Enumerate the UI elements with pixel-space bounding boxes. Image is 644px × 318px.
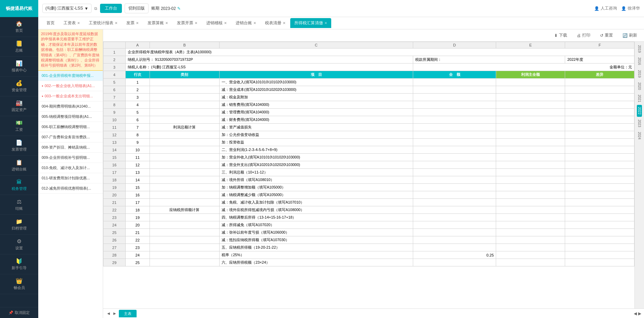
tab-invoice-calc[interactable]: 发票算账 ✕ [143,18,172,28]
tab-invoice-calc-close[interactable]: ✕ [165,21,168,25]
refresh-button[interactable]: 🔄 刷新 [620,31,640,39]
nav-tabs: 首页 工资表 ✕ 工资统计报表 ✕ 发票 ✕ 发票算账 ✕ 发票开票 ✕ 进销稽… [38,17,644,29]
form-001-label: 001-企业所得税年度纳税申报... [42,73,94,78]
scroll-right-icon[interactable]: ▶ [638,311,641,316]
content-area: 2019年度步及取以前年度延续数据的申报表单元格需要手工维护正确，才能保证本年及… [38,29,644,318]
table-row: 11 7 利润总额计算 减：资产减值损失 [103,124,634,131]
cancel-fixed-button[interactable]: 📌 取消固定 [0,307,38,318]
tab-sales-ledger[interactable]: 进销台账 ✕ [232,18,260,28]
tab-invoice[interactable]: 发票 ✕ [122,18,143,28]
form-list-item-011[interactable]: 011-研发费用加计扣除优惠... [38,173,103,183]
period-edit-icon[interactable]: ✎ [177,6,181,11]
sidebar-item-assets[interactable]: 🏭 固定资产 [0,96,38,116]
year-2022[interactable]: 2022 [637,105,642,116]
header-leibie: 类别 [150,71,219,79]
form-list-item-007[interactable]: 007-广告费和业务宣传费跌... [38,132,103,142]
user-profile[interactable]: 👤 徐泽华 [621,5,640,11]
sidebar-item-guide[interactable]: 🔰 新手引导 [0,254,38,274]
tab-salary-close[interactable]: ✕ [77,21,80,25]
sidebar: 畅捷通易代账 🏠 首页 📒 总账 📊 报表中心 💰 资金管理 🏭 固定资产 💵 … [0,0,38,318]
app-logo: 畅捷通易代账 [0,0,38,17]
form-list-item-012[interactable]: 012-减免所得税优惠明细表(... [38,183,103,194]
print-label: 打印 [582,32,590,38]
reset-button[interactable]: ↺ 重置 [597,31,616,39]
scroll-left-icon[interactable]: ◀ [634,311,637,316]
table-row: 20 16 减：纳税调整减少额（填写A105000） [103,191,634,199]
year-2019[interactable]: 2019 [637,43,642,55]
tab-sales-check-close[interactable]: ✕ [224,21,227,25]
company-selector[interactable]: (勾删) 江西服宝-LSS ▼ [42,4,92,13]
sheet-prev-arrow[interactable]: ◀ [106,311,111,316]
year-2019b[interactable]: 2019 [637,68,642,80]
tab-home[interactable]: 首页 [42,18,59,28]
form-list-item-006[interactable]: 006-职工薪酬纳税调整明细... [38,122,103,132]
form-list-item-009[interactable]: 009-企业所得税补亏损明细... [38,153,103,163]
error-dot-003: ● [42,95,43,98]
company-name-value: (勾删) 江西服宝-LSS [151,65,186,69]
switch-button[interactable]: 切到旧版 [125,3,149,13]
tab-income-tax-close[interactable]: ✕ [324,21,327,25]
sidebar-item-member-label: 畅会员 [14,285,25,290]
sheet-nav-arrows: ◀ ▶ [106,311,117,316]
sidebar-item-ledger[interactable]: 📒 总账 [0,37,38,57]
period-label: 账期 [151,5,159,11]
sidebar-item-invoice[interactable]: 📄 发票管理 [0,136,38,156]
sheet-tab-main[interactable]: 主表 [119,310,137,317]
form-list-item-005[interactable]: 005-纳税调整项目明细表(A1... [38,112,103,122]
sidebar-item-tax[interactable]: 🏛 税务管理 [0,176,38,195]
form-004-label: 004-期间费用明细表(A1040... [42,104,91,109]
workbench-button[interactable]: 工作台 [100,4,122,13]
form-list-item-004[interactable]: 004-期间费用明细表(A1040... [38,101,103,112]
sidebar-item-invoice-label: 发票管理 [12,147,27,152]
sheet-main[interactable]: A B C D E F 1 企业所 [103,42,634,308]
tab-sales-check-label: 进销稽核 [206,20,223,26]
form-list-item-008[interactable]: 008-资产折旧、摊销及纳税... [38,142,103,153]
year-2024[interactable]: 2024 [637,130,642,141]
table-row: 28 24 税率（25%） 0.25 [103,251,634,259]
sheet-next-arrow[interactable]: ▶ [112,311,117,316]
tab-sales-ledger-close[interactable]: ✕ [253,21,256,25]
sidebar-item-settlement[interactable]: ⚖ 结账 [0,195,38,215]
tab-tax-clear[interactable]: 税表清册 ✕ [261,18,290,28]
tab-invoice-open-close[interactable]: ✕ [195,21,197,25]
print-button[interactable]: 🖨 打印 [574,31,593,39]
sidebar-item-salary-label: 工资 [15,127,23,132]
table-row: 5 1 一、营业收入(填写A101010\101020\103000) [103,79,634,86]
sidebar-item-tax-label: 税务管理 [12,186,27,191]
tab-salary[interactable]: 工资表 ✕ [59,18,84,28]
form-list-item-003[interactable]: ● 003-一般企业成本支出明细... [38,91,103,101]
year-2023[interactable]: 2023 [637,117,642,129]
sheet-bottom: ◀ ▶ 主表 ◀ ▶ [103,308,644,318]
tab-tax-clear-close[interactable]: ✕ [283,21,285,25]
tab-income-tax[interactable]: 所得税汇算清缴 ✕ [290,18,331,28]
year-2021[interactable]: 2021 [637,93,642,104]
tab-invoice-open[interactable]: 发票开票 ✕ [173,18,201,28]
user-service[interactable]: 👤 人工咨询 [594,5,617,11]
form-list-item-010[interactable]: 010-免税、减计收入及加计... [38,163,103,173]
table-row: 19 15 加：纳税调整增加额（填写A105000） [103,184,634,191]
sidebar-item-archives[interactable]: 📁 归档管理 [0,215,38,235]
sidebar-item-member[interactable]: 👑 畅会员 [0,274,38,294]
sidebar-item-sales[interactable]: 📋 进销台账 [0,156,38,176]
title-row: 1 企业所得税年度纳税申报表（A类）主表(A100000) [103,49,634,56]
form-003-label: 003-一般企业成本支出明细... [45,94,93,99]
taxpayer-id-value: 91320500703719732P [155,57,193,61]
ledger-icon: 📒 [16,40,23,47]
download-button[interactable]: ⬇ 下载 [551,31,570,39]
sidebar-item-salary[interactable]: 💵 工资 [0,116,38,136]
tab-sales-check[interactable]: 进销稽核 ✕ [202,18,231,28]
tab-salary-stats[interactable]: 工资统计报表 ✕ [85,18,122,28]
form-list-item-002[interactable]: ● 002-一般企业收入明细表(A1... [38,81,103,91]
year-2020[interactable]: 2020 [637,80,642,92]
sidebar-item-funds[interactable]: 💰 资金管理 [0,77,38,96]
form-list-item-001[interactable]: 001-企业所得税年度纳税申报... [38,71,103,81]
sidebar-item-settings[interactable]: ⚙ 设置 [0,235,38,254]
tab-salary-stats-close[interactable]: ✕ [115,21,117,25]
sidebar-item-reports[interactable]: 📊 报表中心 [0,57,38,77]
table-row: 26 22 减：抵扣应纳税所得额（填写A107030） [103,236,634,244]
copy-icon[interactable]: ⧉ [94,6,97,11]
table-row: 12 8 加：公允价值变动收益 [103,131,634,139]
sidebar-item-home[interactable]: 🏠 首页 [0,17,38,37]
year-2016[interactable]: 2016 [637,55,642,67]
tab-invoice-close[interactable]: ✕ [136,21,139,25]
